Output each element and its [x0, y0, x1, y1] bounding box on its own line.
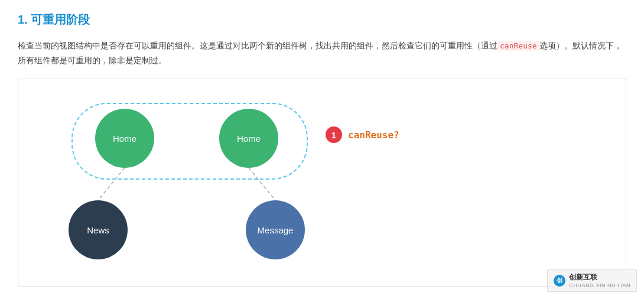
message-label: Message — [258, 225, 294, 235]
description-text: 检查当前的视图结构中是否存在可以重用的组件。这是通过对比两个新的组件树，找出共用… — [18, 38, 626, 68]
node-home-left: Home — [95, 109, 154, 168]
watermark-logo: 创 — [554, 275, 565, 287]
desc-part1: 检查当前的视图结构中是否存在可以重用的组件。这是通过对比两个新的组件树，找出共用… — [18, 41, 497, 50]
watermark-en-text: CHUANG XIN HU LIAN — [569, 282, 630, 288]
home-right-label: Home — [237, 134, 261, 144]
watermark-text: 创新互联 CHUANG XIN HU LIAN — [569, 272, 630, 288]
node-home-right: Home — [219, 109, 278, 168]
diagram-inner: Home Home News Message 1 canReuse? — [36, 91, 608, 268]
node-message: Message — [246, 200, 305, 259]
can-reuse-annotation: 1 canReuse? — [326, 126, 399, 143]
can-reuse-text: canReuse? — [348, 129, 399, 141]
news-label: News — [87, 225, 109, 235]
watermark: 创 创新互联 CHUANG XIN HU LIAN — [547, 269, 637, 292]
inline-code: canReuse — [497, 41, 539, 51]
node-news: News — [69, 200, 128, 259]
diagram-container: Home Home News Message 1 canReuse? — [18, 79, 626, 287]
badge-number: 1 — [326, 126, 342, 143]
watermark-cn-text: 创新互联 — [569, 272, 630, 282]
page-title: 1. 可重用阶段 — [18, 12, 626, 28]
home-left-label: Home — [113, 134, 136, 144]
